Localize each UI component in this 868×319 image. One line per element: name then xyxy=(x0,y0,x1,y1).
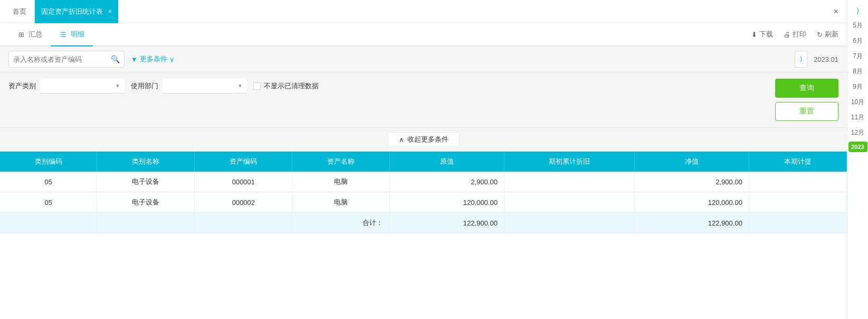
toolbar-actions: ⬇ 下载 🖨 打印 ↻ 刷新 xyxy=(751,30,838,39)
table-cell xyxy=(504,192,635,213)
total-cell xyxy=(749,213,846,233)
tab-summary-label: 汇总 xyxy=(28,30,42,39)
refresh-button[interactable]: ↻ 刷新 xyxy=(817,30,838,39)
collapse-button[interactable]: ∧ 收起更多条件 xyxy=(388,132,460,147)
sidebar-month-item[interactable]: 11月 xyxy=(848,110,867,125)
table-container: 类别编码 类别名称 资产编码 资产名称 原值 期初累计折旧 净值 本期计提 05… xyxy=(0,152,847,319)
refresh-label: 刷新 xyxy=(825,30,838,39)
total-cell xyxy=(195,213,292,233)
sidebar-month-item[interactable]: 9月 xyxy=(848,79,867,95)
total-cell: 合计： xyxy=(292,213,390,233)
table-cell: 000001 xyxy=(195,172,292,192)
total-cell: 122,900.00 xyxy=(635,213,749,233)
date-display: 2023.01 xyxy=(814,55,838,63)
sidebar-month-item[interactable]: 12月 xyxy=(848,125,867,140)
search-icon[interactable]: 🔍 xyxy=(111,55,120,63)
print-button[interactable]: 🖨 打印 xyxy=(784,30,806,39)
table-cell: 电子设备 xyxy=(97,172,195,192)
table-row: 05电子设备000002电脑120,000.00120,000.00 xyxy=(0,192,847,213)
total-row: 合计：122,900.00122,900.00 xyxy=(0,213,847,233)
col-category-name: 类别名称 xyxy=(97,152,195,172)
tab-label: 固定资产折旧统计表 xyxy=(41,7,103,16)
tab-detail[interactable]: ☰ 明细 xyxy=(51,23,93,46)
top-nav: 首页 固定资产折旧统计表 × × xyxy=(0,0,847,23)
table-cell: 000002 xyxy=(195,192,292,213)
table-cell: 2,900.00 xyxy=(635,172,749,192)
table-cell: 05 xyxy=(0,172,97,192)
col-accumulated-depreciation: 期初累计折旧 xyxy=(504,152,635,172)
col-original-value: 原值 xyxy=(390,152,504,172)
no-cleared-label: 不显示已清理数据 xyxy=(264,81,319,91)
total-cell: 122,900.00 xyxy=(390,213,504,233)
table-header-row: 类别编码 类别名称 资产编码 资产名称 原值 期初累计折旧 净值 本期计提 xyxy=(0,152,847,172)
active-tab[interactable]: 固定资产折旧统计表 × xyxy=(35,0,118,23)
window-close-icon[interactable]: × xyxy=(834,7,838,16)
asset-category-select[interactable]: ▼ xyxy=(40,79,125,93)
more-conditions-button[interactable]: ▼ 更多条件 ∨ xyxy=(131,54,175,64)
download-button[interactable]: ⬇ 下载 xyxy=(751,30,773,39)
collapse-icon: ∧ xyxy=(399,136,404,144)
download-icon: ⬇ xyxy=(751,31,757,39)
table-cell: 05 xyxy=(0,192,97,213)
sidebar-month-item[interactable]: 7月 xyxy=(848,49,867,64)
sidebar-month-item[interactable]: 8月 xyxy=(848,64,867,79)
table-cell: 电子设备 xyxy=(97,192,195,213)
collapse-bar: ∧ 收起更多条件 xyxy=(0,128,847,152)
sidebar-month-item[interactable]: 6月 xyxy=(848,33,867,49)
table-cell xyxy=(749,192,846,213)
filter-buttons: 查询 重置 xyxy=(775,79,838,121)
right-panel-arrow[interactable]: ⟩ xyxy=(795,51,807,68)
total-cell xyxy=(97,213,195,233)
no-cleared-filter[interactable]: 不显示已清理数据 xyxy=(253,81,319,91)
filter-row: 资产类别 ▼ 使用部门 ▼ 不显示已清理数据 xyxy=(8,79,319,93)
total-cell xyxy=(504,213,635,233)
department-select[interactable]: ▼ xyxy=(163,79,247,93)
summary-icon: ⊞ xyxy=(17,30,25,39)
search-input[interactable] xyxy=(13,55,108,63)
sidebar-up-button[interactable]: ⟩ xyxy=(854,4,861,17)
query-button[interactable]: 查询 xyxy=(775,79,838,98)
tab-close-icon[interactable]: × xyxy=(108,8,112,15)
chevron-down-icon: ∨ xyxy=(169,55,175,63)
select-arrow-icon-dept: ▼ xyxy=(237,83,243,89)
year-badge[interactable]: 2023 xyxy=(848,142,867,152)
sidebar-months: 5月6月7月8月9月10月11月12月 xyxy=(848,18,867,140)
asset-category-label: 资产类别 xyxy=(8,81,36,91)
filter-icon: ▼ xyxy=(131,55,138,63)
collapse-label: 收起更多条件 xyxy=(407,135,449,144)
col-asset-code: 资产编码 xyxy=(195,152,292,172)
col-net-value: 净值 xyxy=(635,152,749,172)
table-cell: 120,000.00 xyxy=(390,192,504,213)
table-cell: 120,000.00 xyxy=(635,192,749,213)
no-cleared-checkbox[interactable] xyxy=(253,82,261,90)
right-sidebar: ⟩ 5月6月7月8月9月10月11月12月 2023 xyxy=(847,0,868,319)
print-icon: 🖨 xyxy=(784,31,790,39)
sidebar-month-item[interactable]: 10月 xyxy=(848,95,867,110)
total-cell xyxy=(0,213,97,233)
col-current-depreciation: 本期计提 xyxy=(749,152,846,172)
download-label: 下载 xyxy=(759,30,773,39)
table-cell xyxy=(749,172,846,192)
col-category-code: 类别编码 xyxy=(0,152,97,172)
search-bar: 🔍 ▼ 更多条件 ∨ ⟩ 2023.01 xyxy=(0,46,847,72)
detail-icon: ☰ xyxy=(59,30,68,39)
table-cell: 2,900.00 xyxy=(390,172,504,192)
table-body: 05电子设备000001电脑2,900.002,900.0005电子设备0000… xyxy=(0,172,847,233)
department-label: 使用部门 xyxy=(131,81,158,91)
asset-category-filter: 资产类别 ▼ xyxy=(8,79,125,93)
department-filter: 使用部门 ▼ xyxy=(131,79,247,93)
table-cell: 电脑 xyxy=(292,172,390,192)
select-arrow-icon: ▼ xyxy=(115,83,120,89)
refresh-icon: ↻ xyxy=(817,31,823,39)
search-input-wrapper[interactable]: 🔍 xyxy=(8,51,125,68)
tab-detail-label: 明细 xyxy=(71,30,84,39)
home-nav-item[interactable]: 首页 xyxy=(8,7,31,16)
col-asset-name: 资产名称 xyxy=(292,152,390,172)
more-conditions-label: 更多条件 xyxy=(140,54,167,64)
print-label: 打印 xyxy=(793,30,806,39)
sidebar-month-item[interactable]: 5月 xyxy=(848,18,867,33)
reset-button[interactable]: 重置 xyxy=(775,102,838,121)
toolbar: ⊞ 汇总 ☰ 明细 ⬇ 下载 🖨 打印 ↻ 刷新 xyxy=(0,23,847,46)
tab-summary[interactable]: ⊞ 汇总 xyxy=(8,23,51,46)
table-cell xyxy=(504,172,635,192)
